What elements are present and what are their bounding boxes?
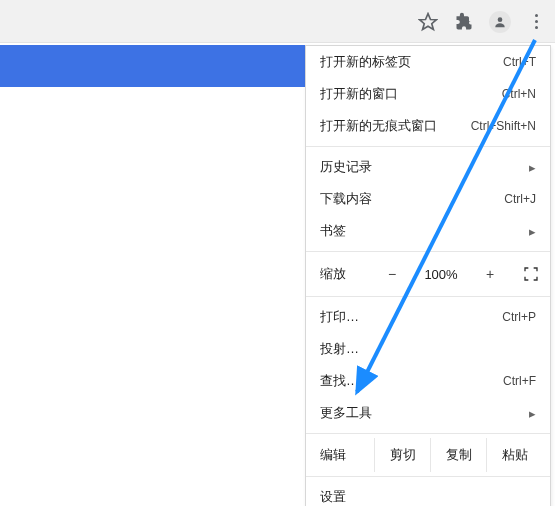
menu-item-label: 打开新的窗口 bbox=[320, 85, 502, 103]
zoom-value: 100% bbox=[419, 267, 463, 282]
menu-item-label: 更多工具 bbox=[320, 404, 529, 422]
menu-separator bbox=[306, 251, 550, 252]
menu-downloads[interactable]: 下载内容 Ctrl+J bbox=[306, 183, 550, 215]
menu-item-label: 书签 bbox=[320, 222, 529, 240]
extensions-icon[interactable] bbox=[453, 11, 475, 33]
menu-item-label: 下载内容 bbox=[320, 190, 504, 208]
browser-main-menu: 打开新的标签页 Ctrl+T 打开新的窗口 Ctrl+N 打开新的无痕式窗口 C… bbox=[305, 45, 551, 506]
chevron-right-icon: ▸ bbox=[529, 160, 536, 175]
zoom-label: 缩放 bbox=[320, 265, 368, 283]
profile-icon[interactable] bbox=[489, 11, 511, 33]
fullscreen-icon[interactable] bbox=[520, 263, 542, 285]
menu-item-label: 历史记录 bbox=[320, 158, 529, 176]
menu-bookmarks[interactable]: 书签 ▸ bbox=[306, 215, 550, 247]
menu-separator bbox=[306, 146, 550, 147]
menu-zoom-row: 缩放 − 100% + bbox=[306, 256, 550, 292]
page-content-header bbox=[0, 45, 308, 87]
edit-paste-button[interactable]: 粘贴 bbox=[486, 438, 542, 472]
menu-edit-row: 编辑 剪切 复制 粘贴 bbox=[306, 438, 550, 472]
menu-new-incognito-window[interactable]: 打开新的无痕式窗口 Ctrl+Shift+N bbox=[306, 110, 550, 142]
menu-item-label: 打开新的标签页 bbox=[320, 53, 503, 71]
menu-history[interactable]: 历史记录 ▸ bbox=[306, 151, 550, 183]
menu-item-shortcut: Ctrl+N bbox=[502, 87, 536, 101]
edit-cut-button[interactable]: 剪切 bbox=[374, 438, 430, 472]
browser-toolbar bbox=[0, 0, 555, 43]
menu-find[interactable]: 查找… Ctrl+F bbox=[306, 365, 550, 397]
menu-item-label: 设置 bbox=[320, 488, 536, 506]
menu-item-label: 打印… bbox=[320, 308, 502, 326]
more-icon[interactable] bbox=[525, 11, 547, 33]
star-icon[interactable] bbox=[417, 11, 439, 33]
zoom-out-button[interactable]: − bbox=[381, 266, 403, 282]
menu-separator bbox=[306, 296, 550, 297]
menu-item-label: 投射… bbox=[320, 340, 536, 358]
menu-separator bbox=[306, 433, 550, 434]
menu-item-label: 打开新的无痕式窗口 bbox=[320, 117, 471, 135]
chevron-right-icon: ▸ bbox=[529, 406, 536, 421]
menu-item-shortcut: Ctrl+J bbox=[504, 192, 536, 206]
menu-item-shortcut: Ctrl+P bbox=[502, 310, 536, 324]
svg-marker-0 bbox=[420, 13, 437, 29]
menu-new-tab[interactable]: 打开新的标签页 Ctrl+T bbox=[306, 46, 550, 78]
menu-item-shortcut: Ctrl+Shift+N bbox=[471, 119, 536, 133]
menu-item-label: 查找… bbox=[320, 372, 503, 390]
edit-copy-button[interactable]: 复制 bbox=[430, 438, 486, 472]
chevron-right-icon: ▸ bbox=[529, 224, 536, 239]
menu-item-shortcut: Ctrl+F bbox=[503, 374, 536, 388]
svg-point-1 bbox=[498, 17, 503, 22]
menu-item-shortcut: Ctrl+T bbox=[503, 55, 536, 69]
zoom-in-button[interactable]: + bbox=[479, 266, 501, 282]
menu-more-tools[interactable]: 更多工具 ▸ bbox=[306, 397, 550, 429]
menu-settings[interactable]: 设置 bbox=[306, 481, 550, 506]
menu-new-window[interactable]: 打开新的窗口 Ctrl+N bbox=[306, 78, 550, 110]
edit-label: 编辑 bbox=[320, 446, 374, 464]
menu-cast[interactable]: 投射… bbox=[306, 333, 550, 365]
menu-print[interactable]: 打印… Ctrl+P bbox=[306, 301, 550, 333]
menu-separator bbox=[306, 476, 550, 477]
